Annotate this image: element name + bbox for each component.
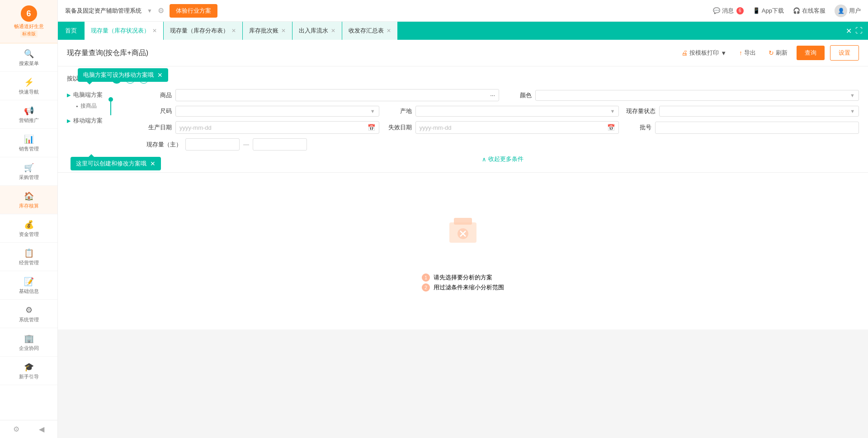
color-label: 颜色: [506, 91, 532, 99]
tab-close-collect-summary[interactable]: ✕: [387, 28, 391, 34]
sidebar-item-marketing[interactable]: 📢 营销推广: [0, 100, 57, 129]
avatar: 👤: [835, 5, 847, 17]
svg-rect-1: [454, 218, 472, 225]
stock-main-from[interactable]: [185, 138, 240, 151]
tab-inventory-batch[interactable]: 库存批次账 ✕: [242, 22, 292, 40]
collapse-up-icon: ∧: [482, 156, 486, 163]
mfg-date-input[interactable]: yyyy-mm-dd 📅: [175, 121, 379, 134]
batch-input[interactable]: [655, 122, 859, 134]
export-label: 导出: [744, 49, 756, 57]
print-btn[interactable]: 🖨 按模板打印 ▼: [678, 47, 730, 59]
system-dropdown-icon[interactable]: ▼: [147, 8, 152, 14]
tab-close-all-btn[interactable]: ✕: [846, 27, 852, 35]
operations-icon: 📋: [24, 248, 34, 258]
step-num-2: 2: [422, 283, 430, 292]
set-button[interactable]: 设置: [830, 45, 859, 61]
tab-label: 现存量（库存分布表）: [170, 27, 229, 35]
message-icon: 💬: [713, 7, 720, 14]
collapse-btn[interactable]: ∧ 收起更多条件: [482, 155, 524, 163]
batch-label: 批号: [626, 123, 651, 132]
page-title: 现存量查询(按仓库+商品): [67, 48, 148, 58]
stock-status-select[interactable]: ▼: [659, 106, 859, 117]
sidebar-item-system[interactable]: ⚙ 系统管理: [0, 300, 57, 328]
stock-status-select-arrow: ▼: [850, 108, 855, 114]
pc-sub-item-1[interactable]: ▪ 接商品: [76, 101, 139, 111]
tab-close-inventory-batch[interactable]: ✕: [281, 28, 286, 34]
topbar-gear-icon[interactable]: ⚙: [158, 6, 164, 15]
tab-collect-summary[interactable]: 收发存汇总表 ✕: [342, 22, 397, 40]
color-select[interactable]: ▼: [535, 90, 859, 101]
app-download-group[interactable]: 📱 App下载: [753, 7, 784, 15]
origin-select[interactable]: ▼: [415, 106, 619, 117]
goods-input[interactable]: ···: [175, 89, 499, 101]
mobile-scheme-label: 移动端方案: [73, 117, 103, 125]
sidebar-item-basic-info[interactable]: 📝 基础信息: [0, 271, 57, 300]
mfg-date-field: 生产日期 yyyy-mm-dd 📅: [146, 121, 379, 134]
tab-close-inventory-status[interactable]: ✕: [152, 28, 157, 34]
tooltip-create-scheme: 这里可以创建和修改方案哦 ✕: [71, 157, 161, 170]
sidebar: 6 畅通道好生意 标准版 🔍 搜索菜单 ⚡ 快速导航 📢 营销推广 📊 销售管理…: [0, 0, 58, 438]
sidebar-item-operations[interactable]: 📋 经营管理: [0, 243, 57, 271]
origin-label: 产地: [387, 107, 412, 115]
dot-connector: [108, 97, 113, 115]
tooltip-pc-close[interactable]: ✕: [157, 71, 163, 79]
tooltip-pc-scheme: 电脑方案可设为移动方案哦 ✕: [78, 68, 168, 82]
quick-nav-icon: ⚡: [24, 77, 34, 87]
user-group[interactable]: 👤 用户: [835, 5, 861, 17]
sidebar-item-quick-nav[interactable]: ⚡ 快速导航: [0, 72, 57, 100]
dot-top: [108, 97, 113, 102]
stock-main-to[interactable]: [253, 138, 307, 151]
sidebar-item-label: 搜索菜单: [19, 60, 39, 67]
tab-close-inventory-dist[interactable]: ✕: [231, 28, 236, 34]
tab-label: 现存量（库存状况表）: [91, 27, 150, 35]
tooltip-create-close[interactable]: ✕: [150, 160, 156, 167]
stock-main-label: 现存量（主）: [146, 141, 182, 149]
print-dropdown-icon[interactable]: ▼: [721, 50, 726, 57]
mobile-scheme-item[interactable]: ▶ 移动端方案: [67, 115, 139, 127]
service-icon: 🎧: [793, 7, 800, 14]
goods-dots: ···: [490, 92, 495, 99]
exp-date-calendar-icon[interactable]: 📅: [607, 124, 615, 131]
sidebar-item-sales[interactable]: 📊 销售管理: [0, 129, 57, 157]
sidebar-item-inventory[interactable]: 🏠 库存核算: [0, 186, 57, 214]
exp-date-label: 失效日期: [387, 123, 412, 132]
tab-label: 收发存汇总表: [349, 27, 384, 35]
tab-inventory-dist[interactable]: 现存量（库存分布表） ✕: [163, 22, 242, 40]
message-group[interactable]: 💬 消息 6: [713, 7, 744, 15]
tab-inout-flow[interactable]: 出入库流水 ✕: [292, 22, 342, 40]
export-icon: ↑: [739, 49, 742, 57]
logo-icon: 6: [21, 5, 37, 22]
filter-row-2: 尺码 ▼ 产地 ▼: [146, 106, 859, 117]
page: 现存量查询(按仓库+商品) 🖨 按模板打印 ▼ ↑ 导出 ↻ 刷新: [58, 40, 868, 330]
logo-text: 畅通道好生意: [14, 23, 44, 29]
sidebar-settings-btn[interactable]: ⚙: [13, 425, 19, 433]
filter-fields: 商品 ··· 颜色 ▼: [139, 89, 859, 165]
sidebar-collapse-btn[interactable]: ◀: [39, 425, 44, 433]
sidebar-item-finance[interactable]: 💰 资金管理: [0, 214, 57, 243]
message-badge: 6: [736, 7, 744, 14]
sidebar-item-purchase[interactable]: 🛒 采购管理: [0, 157, 57, 186]
pc-scheme-item[interactable]: ▶ 电脑端方案: [67, 89, 139, 101]
exp-btn[interactable]: 体验行业方案: [170, 4, 217, 18]
filter-header: 按以下方案查询 + ↻ «: [67, 74, 859, 84]
refresh-btn[interactable]: ↻ 刷新: [765, 47, 791, 59]
tab-inventory-status[interactable]: 现存量（库存状况表） ✕: [84, 22, 163, 40]
filter-row-3: 生产日期 yyyy-mm-dd 📅 失效日期 yyyy-mm-dd: [146, 121, 859, 134]
service-label: 在线客服: [802, 7, 826, 15]
query-button[interactable]: 查询: [797, 46, 825, 60]
print-icon: 🖨: [681, 49, 688, 57]
tab-home[interactable]: 首页: [58, 22, 84, 40]
app-label: App下载: [762, 7, 784, 15]
sidebar-item-guide[interactable]: 🎓 新手引导: [0, 357, 57, 385]
sidebar-item-search-menu[interactable]: 🔍 搜索菜单: [0, 43, 57, 72]
tab-close-inout-flow[interactable]: ✕: [331, 28, 335, 34]
export-btn[interactable]: ↑ 导出: [736, 47, 760, 59]
tab-label: 库存批次账: [249, 27, 278, 35]
online-service-group[interactable]: 🎧 在线客服: [793, 7, 826, 15]
collapse-row: ∧ 收起更多条件: [146, 151, 859, 165]
size-select[interactable]: ▼: [175, 106, 379, 117]
sidebar-item-enterprise[interactable]: 🏢 企业协同: [0, 328, 57, 357]
tab-fullscreen-btn[interactable]: ⛶: [855, 27, 863, 35]
exp-date-input[interactable]: yyyy-mm-dd 📅: [415, 121, 619, 134]
mfg-date-calendar-icon[interactable]: 📅: [368, 124, 375, 131]
